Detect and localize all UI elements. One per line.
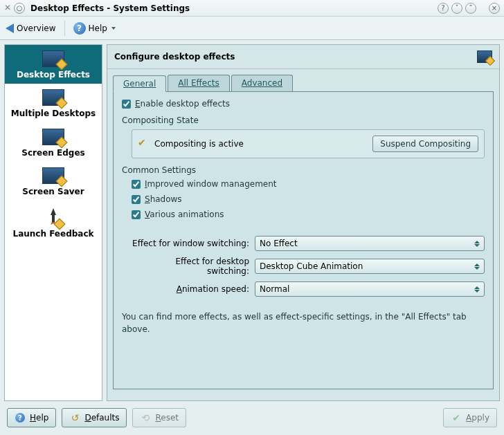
desktop-switching-label: Effect for desktop switching:: [132, 257, 249, 276]
wrench-icon: ✕: [4, 3, 11, 14]
window-switching-select[interactable]: No Effect: [255, 236, 485, 251]
enable-desktop-effects-label: Enable desktop effects: [135, 99, 230, 109]
compositing-status-row: Compositing is active Suspend Compositin…: [132, 129, 485, 158]
sidebar-item-multiple-desktops[interactable]: Multiple Desktops: [5, 84, 102, 122]
reset-icon: ⟲: [140, 412, 151, 423]
desktop-switching-select[interactable]: Desktop Cube Animation: [255, 259, 485, 274]
toolbar-separator: [64, 21, 65, 36]
tab-all-effects[interactable]: All Effects: [168, 75, 229, 91]
defaults-button[interactable]: ↺ Defaults: [62, 408, 127, 427]
chevron-down-icon: [111, 27, 116, 30]
window-title: Desktop Effects - System Settings: [30, 3, 438, 13]
shadows-label: Shadows: [145, 194, 182, 204]
various-animations-label: Various animations: [145, 210, 224, 219]
toolbar: Overview ? Help: [0, 17, 504, 40]
help-window-button[interactable]: ?: [438, 3, 449, 14]
reset-button[interactable]: ⟲ Reset: [132, 408, 186, 427]
common-settings-legend: Common Settings: [122, 165, 485, 175]
compositing-state-legend: Compositing State: [122, 115, 485, 125]
compositing-status-text: Compositing is active: [154, 139, 367, 149]
sidebar-item-launch-feedback[interactable]: Launch Feedback: [5, 201, 102, 243]
tab-general[interactable]: General: [113, 75, 166, 92]
panel-icon: [477, 50, 492, 63]
rocket-icon: [45, 207, 62, 226]
checkmark-icon: [138, 138, 149, 149]
help-button[interactable]: ? Help: [7, 408, 56, 427]
desktop-effects-icon: [42, 50, 64, 67]
various-animations-checkbox[interactable]: [132, 210, 141, 219]
suspend-compositing-button[interactable]: Suspend Compositing: [372, 136, 478, 152]
help-icon: ?: [15, 413, 25, 423]
help-menu-button[interactable]: ? Help: [73, 22, 116, 35]
tab-content-general: Enable desktop effects Compositing State…: [113, 92, 494, 389]
apply-button[interactable]: ✔ Apply: [443, 408, 497, 427]
close-button[interactable]: ×: [489, 3, 500, 14]
window-menu-icon[interactable]: ○: [14, 3, 25, 14]
help-icon: ?: [73, 22, 86, 35]
improved-window-mgmt-label: Improved window management: [145, 179, 277, 189]
tab-bar: General All Effects Advanced: [113, 75, 494, 92]
content-panel: Configure desktop effects General All Ef…: [107, 44, 500, 401]
title-bar: ✕ ○ Desktop Effects - System Settings ? …: [0, 0, 504, 17]
screen-saver-icon: [42, 167, 64, 184]
tab-advanced[interactable]: Advanced: [231, 75, 293, 91]
spinner-icon: [474, 286, 480, 293]
shadows-checkbox[interactable]: [132, 195, 141, 204]
sidebar-item-desktop-effects[interactable]: Desktop Effects: [5, 45, 102, 84]
help-label: Help: [89, 24, 107, 33]
spinner-icon: [474, 263, 480, 270]
animation-speed-select[interactable]: Normal: [255, 281, 485, 297]
overview-label: Overview: [17, 24, 56, 33]
back-arrow-icon: [6, 24, 14, 33]
defaults-icon: ↺: [69, 412, 80, 423]
button-bar: ? Help ↺ Defaults ⟲ Reset ✔ Apply: [0, 405, 504, 430]
minimize-button[interactable]: ˅: [451, 3, 462, 14]
spinner-icon: [474, 241, 480, 247]
screen-edges-icon: [42, 129, 64, 145]
panel-title: Configure desktop effects: [114, 52, 477, 62]
maximize-button[interactable]: ˄: [465, 3, 476, 14]
sidebar-item-screen-edges[interactable]: Screen Edges: [5, 123, 102, 162]
animation-speed-label: Animation speed:: [132, 284, 249, 294]
overview-button[interactable]: Overview: [6, 24, 56, 33]
improved-window-mgmt-checkbox[interactable]: [132, 180, 141, 189]
sidebar-item-screen-saver[interactable]: Screen Saver: [5, 162, 102, 201]
multiple-desktops-icon: [42, 89, 64, 106]
apply-icon: ✔: [451, 412, 462, 423]
window-switching-label: Effect for window switching:: [132, 239, 249, 248]
hint-text: You can find more effects, as well as ef…: [122, 311, 485, 335]
sidebar: Desktop Effects Multiple Desktops Screen…: [4, 44, 102, 401]
enable-desktop-effects-checkbox[interactable]: [122, 100, 131, 109]
